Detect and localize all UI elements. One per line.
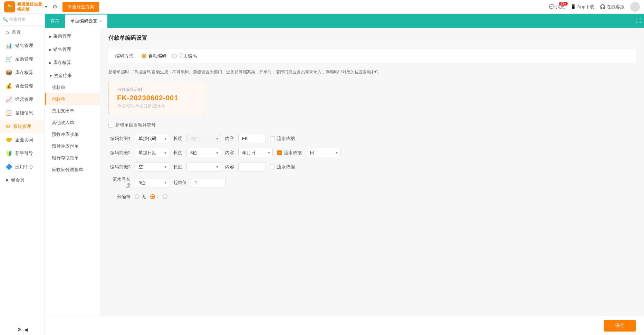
sub-nav: ▶ 采购管理 ▶ 销售管理 ▶ 库存核算 (45, 28, 100, 316)
encoding-mode-label: 编码方式 (115, 53, 133, 59)
tab-home[interactable]: 首页 (45, 14, 65, 28)
top-bar: 🍃 畅通通好生意 搭岗版 ▾ ⚙ 体验行业方案 💬 消息 99+ 📱 App下载… (0, 0, 644, 14)
subnav-item-receivable-adjust[interactable]: 应收应付调整单 (45, 164, 100, 176)
message-action[interactable]: 💬 消息 99+ (549, 4, 565, 10)
sidebar-settings-icon[interactable]: ⚙ (17, 327, 21, 332)
separator-dash-radio[interactable] (163, 194, 167, 199)
sidebar-item-operations[interactable]: 📈 经营管理 (0, 93, 45, 106)
prefix2-select[interactable]: 单据代码 单据日期 空 (135, 148, 169, 157)
prefix2-length-select[interactable]: 8位 (186, 148, 221, 157)
sidebar-item-finance[interactable]: 💰 资金管理 (0, 79, 45, 93)
prefix2-content-select[interactable]: 年月日 (238, 148, 273, 157)
prefix2-liushui[interactable]: ✓ 流水依据 (277, 150, 302, 156)
auto-encode-option[interactable]: 自动编码 (142, 53, 166, 59)
subnav-item-bank-deposit[interactable]: 银行存取款单 (45, 152, 100, 164)
sidebar-item-vip[interactable]: ♦ 畅会员 (0, 174, 45, 187)
online-service-action[interactable]: 🎧 在线客服 (600, 4, 625, 10)
sidebar-collapse-icon[interactable]: ◀ (24, 327, 28, 332)
prefix2-select-wrapper: 单据代码 单据日期 空 (135, 148, 169, 157)
subnav-header-inventory[interactable]: ▶ 库存核算 (45, 57, 100, 68)
prefix2-row: 编码前缀2 单据代码 单据日期 空 长度 8位 内容 (108, 148, 636, 157)
encoding-mode-section: 编码方式 自动编码 手工编码 (108, 49, 636, 63)
subnav-header-purchase[interactable]: ▶ 采购管理 (45, 30, 100, 42)
inventory-icon: 📦 (6, 69, 12, 76)
prefix3-length-label: 长度 (173, 164, 182, 170)
separator-row: 分隔符 无 · · (108, 194, 636, 200)
prefix1-liushui[interactable]: 流水依据 (270, 136, 295, 142)
basics-icon: 📋 (6, 110, 12, 116)
search-menu[interactable]: 🔍 搜索菜单 (0, 14, 45, 26)
prefix2-liushui-checkbox[interactable]: ✓ (277, 150, 282, 155)
prefix3-liushui[interactable]: 流水依据 (270, 164, 295, 170)
app-download-action[interactable]: 📱 App下载 (570, 4, 594, 10)
sidebar-item-basics[interactable]: 📋 基础信息 (0, 106, 45, 120)
logo-text: 畅通通好生意 搭岗版 (17, 2, 42, 12)
prefix3-row: 编码前缀3 空 单据代码 单据日期 长度 内容 (108, 162, 636, 171)
chevron-down-icon: ▼ (49, 74, 52, 78)
separator-dot-label: · (157, 194, 158, 199)
message-badge: 99+ (559, 2, 568, 6)
start-value-input[interactable] (191, 178, 225, 187)
prefix2-content-label: 内容 (225, 150, 234, 156)
sidebar-item-cooperation[interactable]: 🤝 企业协同 (0, 133, 45, 147)
page-title: 付款单编码设置 (108, 35, 636, 42)
separator-dot-option[interactable]: · (150, 194, 158, 199)
subnav-item-advance-payable[interactable]: 预付冲应付单 (45, 140, 100, 152)
tab-close-icon[interactable]: × (99, 19, 102, 24)
serial-length-label: 流水号长度 (108, 176, 131, 189)
content-area: 首页 单据编码设置 × — ⛶ ▶ 采购管理 (45, 14, 644, 335)
auto-fill-checkbox[interactable] (108, 123, 113, 128)
tab-expand-icon[interactable]: ⛶ (636, 18, 641, 24)
main-panel: 付款单编码设置 编码方式 自动编码 手工编码 (100, 28, 644, 316)
prefix3-content-label: 内容 (225, 164, 234, 170)
sidebar-item-home[interactable]: ⌂ 首页 (0, 26, 45, 39)
start-value-label: 起始值 (173, 179, 187, 186)
prefix1-liushui-checkbox[interactable] (270, 136, 275, 141)
sidebar-item-apps[interactable]: 🔷 应用中心 (0, 160, 45, 174)
subnav-item-receipt[interactable]: 收款单 (45, 82, 100, 93)
prefix1-content-value: FK (238, 134, 266, 143)
serial-length-select[interactable]: 3位 4位 5位 (135, 178, 169, 187)
prefix2-length-wrapper: 8位 (186, 148, 221, 157)
user-avatar[interactable] (630, 2, 640, 12)
manual-encode-radio[interactable] (172, 54, 177, 58)
code-preview-value: FK-20230602-001 (117, 94, 196, 102)
sidebar-item-system[interactable]: ⚙ 系统管理 (0, 120, 45, 133)
auto-encode-radio[interactable] (142, 54, 146, 58)
prefix1-row: 编码前缀1 单据代码 单据日期 空 长度 2位 内容 (108, 134, 636, 143)
subnav-item-expense[interactable]: 费用支出单 (45, 105, 100, 117)
subnav-item-other-income[interactable]: 其他收入单 (45, 117, 100, 129)
subnav-item-payment[interactable]: 付款单 (45, 93, 100, 105)
settings-icon[interactable]: ⚙ (50, 2, 60, 12)
experience-button[interactable]: 体验行业方案 (63, 2, 99, 12)
sidebar-item-sales[interactable]: 📊 销售管理 (0, 39, 45, 52)
prefix1-label: 编码前缀1 (108, 136, 131, 142)
sidebar-item-guide[interactable]: 🔰 新手引导 (0, 147, 45, 160)
separator-dash-option[interactable]: · (163, 194, 171, 199)
tab-minimize-icon[interactable]: — (627, 18, 633, 24)
download-icon: 📱 (570, 4, 576, 9)
nav-dropdown[interactable]: ▾ (45, 4, 47, 9)
message-icon: 💬 (549, 4, 555, 9)
sidebar-item-purchase[interactable]: 🛒 采购管理 (0, 52, 45, 66)
subnav-header-capital[interactable]: ▼ 资金往来 (45, 70, 100, 82)
prefix3-liushui-checkbox[interactable] (270, 165, 275, 169)
subnav-item-advance-receivable[interactable]: 预收冲应收单 (45, 129, 100, 140)
separator-none-radio[interactable] (135, 194, 140, 199)
tab-encoding[interactable]: 单据编码设置 × (65, 15, 107, 28)
prefix2-cycle-select[interactable]: 日 (306, 148, 340, 157)
separator-dot-radio[interactable] (150, 194, 155, 199)
sidebar-item-inventory[interactable]: 📦 库存核算 (0, 66, 45, 79)
save-button[interactable]: 保存 (604, 320, 636, 332)
chevron-right-icon-2: ▶ (49, 48, 52, 52)
prefix1-length-select[interactable]: 2位 (186, 134, 221, 143)
apps-icon: 🔷 (6, 164, 12, 170)
manual-encode-option[interactable]: 手工编码 (172, 53, 197, 59)
separator-none-option[interactable]: 无 (135, 194, 146, 200)
prefix3-length-select[interactable] (186, 162, 221, 171)
prefix1-select[interactable]: 单据代码 单据日期 空 (135, 134, 169, 143)
prefix3-select[interactable]: 空 单据代码 单据日期 (135, 162, 169, 171)
subnav-header-sales[interactable]: ▶ 销售管理 (45, 44, 100, 55)
prefix2-cycle-wrapper: 日 (306, 148, 340, 157)
main-sidebar: 🔍 搜索菜单 ⌂ 首页 📊 销售管理 🛒 采购管理 📦 库存核算 💰 资金管理 … (0, 14, 45, 335)
